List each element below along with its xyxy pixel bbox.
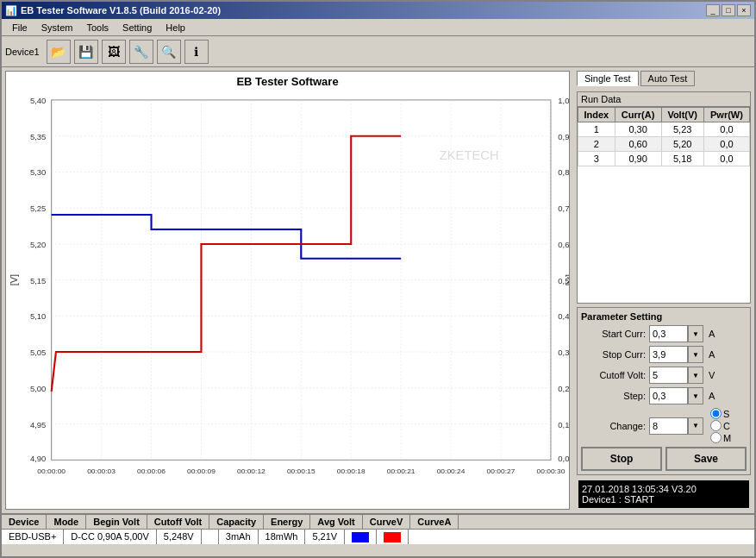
start-curr-input[interactable]	[649, 325, 688, 342]
footer-curvea-color	[377, 530, 409, 544]
radio-s-label[interactable]: S	[710, 408, 731, 419]
svg-text:0,30: 0,30	[558, 348, 569, 357]
svg-text:00:00:12: 00:00:12	[237, 467, 266, 475]
menu-setting[interactable]: Setting	[116, 21, 159, 34]
svg-text:[V]: [V]	[8, 274, 18, 285]
menu-file[interactable]: File	[5, 21, 34, 34]
svg-text:0,00: 0,00	[558, 455, 569, 464]
step-row: Step: ▼ A	[581, 387, 747, 404]
stop-curr-input[interactable]	[649, 346, 688, 363]
svg-text:5,15: 5,15	[30, 277, 46, 285]
footer-energy: 18mWh	[259, 530, 306, 544]
radio-m-label[interactable]: M	[710, 432, 731, 443]
app-icon: 📊	[5, 5, 17, 16]
footer-avg-volt: 5,21V	[305, 530, 345, 544]
status-datetime: 27.01.2018 13:05:34 V3.20	[582, 484, 746, 494]
menu-help[interactable]: Help	[159, 21, 192, 34]
device-label: Device1	[5, 47, 40, 57]
svg-text:0,90: 0,90	[558, 133, 569, 141]
stop-button[interactable]: Stop	[581, 447, 662, 471]
svg-text:00:00:06: 00:00:06	[137, 467, 166, 475]
menu-tools[interactable]: Tools	[79, 21, 116, 34]
info-button[interactable]: ℹ	[184, 40, 209, 64]
svg-text:0,40: 0,40	[558, 313, 569, 322]
stop-curr-unit: A	[709, 349, 715, 360]
tab-single-test[interactable]: Single Test	[577, 71, 639, 86]
footer-col-cutoff-volt: Cutoff Volt	[147, 515, 209, 529]
minimize-button[interactable]: _	[706, 4, 720, 16]
cutoff-volt-label: Cutoff Volt:	[581, 370, 646, 380]
svg-text:00:00:03: 00:00:03	[87, 467, 116, 475]
cutoff-volt-unit: V	[709, 370, 715, 380]
radio-c[interactable]	[710, 420, 722, 431]
svg-text:4,90: 4,90	[30, 455, 46, 464]
svg-text:00:00:27: 00:00:27	[487, 467, 515, 475]
chart-title: EB Tester Software	[6, 72, 569, 91]
toolbar: Device1 📂 💾 🖼 🔧 🔍 ℹ	[2, 36, 754, 67]
svg-text:5,20: 5,20	[30, 241, 46, 249]
close-button[interactable]: ×	[737, 4, 751, 16]
table-row: 20,605,200,0	[578, 137, 750, 152]
col-header-index: Index	[578, 108, 615, 122]
footer-curvev-color	[345, 530, 377, 544]
svg-text:00:00:00: 00:00:00	[37, 467, 66, 475]
svg-text:4,95: 4,95	[30, 421, 46, 429]
svg-text:5,10: 5,10	[30, 313, 46, 322]
parameter-setting: Parameter Setting Start Curr: ▼ A Stop C…	[577, 307, 751, 475]
footer-col-capacity: Capacity	[209, 515, 264, 529]
svg-text:ZKETECH: ZKETECH	[440, 149, 499, 163]
svg-text:0,60: 0,60	[558, 241, 569, 249]
change-input[interactable]	[649, 417, 688, 435]
change-radio-group: S C M	[710, 408, 731, 443]
search-button[interactable]: 🔍	[157, 40, 181, 64]
svg-text:00:00:15: 00:00:15	[287, 467, 316, 475]
open-folder-button[interactable]: 📂	[47, 40, 71, 64]
tab-bar: Single Test Auto Test	[577, 71, 751, 86]
start-curr-unit: A	[709, 329, 715, 339]
chart-area: EB Tester Software	[5, 71, 570, 510]
start-curr-dropdown[interactable]: ▼	[688, 325, 703, 342]
curve-v-color-box	[352, 532, 369, 542]
window-controls: _ □ ×	[706, 4, 751, 16]
svg-text:[A]: [A]	[565, 274, 569, 285]
save-button[interactable]: Save	[665, 447, 747, 471]
footer-col-mode: Mode	[47, 515, 86, 529]
footer-cutoff-volt	[202, 530, 219, 544]
svg-text:5,35: 5,35	[30, 133, 46, 141]
action-buttons: Stop Save	[581, 447, 747, 471]
step-dropdown[interactable]: ▼	[688, 387, 703, 404]
change-dropdown[interactable]: ▼	[688, 417, 703, 435]
change-label: Change:	[581, 421, 646, 431]
right-panel: Single Test Auto Test Run Data Index Cur…	[573, 67, 754, 513]
stop-curr-row: Stop Curr: ▼ A	[581, 346, 747, 363]
footer-col-curvea: CurveA	[410, 515, 459, 529]
svg-text:00:00:18: 00:00:18	[337, 467, 366, 475]
svg-text:5,25: 5,25	[30, 204, 46, 213]
save-toolbar-button[interactable]: 💾	[74, 40, 98, 64]
cutoff-volt-combo: ▼	[649, 367, 703, 384]
footer: Device Mode Begin Volt Cutoff Volt Capac…	[2, 513, 754, 556]
radio-c-label[interactable]: C	[710, 420, 731, 431]
footer-capacity: 3mAh	[219, 530, 259, 544]
step-input[interactable]	[649, 387, 688, 404]
info-panel: 27.01.2018 13:05:34 V3.20 Device1 : STAR…	[578, 480, 749, 508]
cutoff-volt-dropdown[interactable]: ▼	[688, 367, 703, 384]
title-text: 📊 EB Tester Software V1.8.5 (Build 2016-…	[5, 5, 221, 16]
device-status: Device1 : START	[582, 494, 746, 505]
tab-auto-test[interactable]: Auto Test	[640, 71, 696, 86]
stop-curr-label: Stop Curr:	[581, 349, 646, 360]
run-data-title: Run Data	[578, 92, 750, 107]
cutoff-volt-input[interactable]	[649, 367, 688, 384]
menu-system[interactable]: System	[34, 21, 80, 34]
image-button[interactable]: 🖼	[102, 40, 126, 64]
settings-button[interactable]: 🔧	[129, 40, 153, 64]
col-header-pwr: Pwr(W)	[703, 108, 749, 122]
radio-m[interactable]	[710, 432, 722, 443]
footer-device: EBD-USB+	[2, 530, 64, 544]
maximize-button[interactable]: □	[722, 4, 735, 16]
svg-text:0,20: 0,20	[558, 385, 569, 393]
chart-container: 5,40 5,35 5,30 5,25 5,20 5,15 5,10 5,05 …	[6, 91, 569, 503]
radio-s[interactable]	[710, 408, 722, 419]
stop-curr-dropdown[interactable]: ▼	[688, 346, 703, 363]
svg-text:5,40: 5,40	[30, 97, 46, 105]
